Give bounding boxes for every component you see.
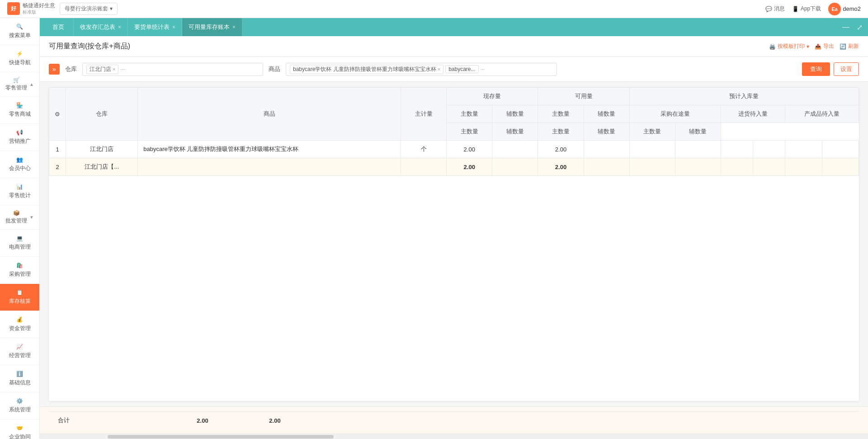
tab-close-order-stats[interactable]: × bbox=[172, 24, 175, 30]
table-scroll-bar[interactable] bbox=[40, 434, 868, 439]
tab-close-receive-send[interactable]: × bbox=[118, 24, 121, 30]
tab-order-stats[interactable]: 要货单统计表 × bbox=[128, 18, 182, 36]
message-btn[interactable]: 💬 消息 bbox=[765, 5, 785, 13]
goods-tag-label2: babycare... bbox=[448, 66, 475, 72]
row2-goods bbox=[138, 158, 401, 176]
row1-purchase-aux bbox=[675, 141, 721, 158]
col-produced-aux-header: 辅数量 bbox=[675, 123, 721, 141]
sidebar-item-member-center[interactable]: 👥 会员中心 bbox=[0, 151, 39, 178]
tab-home[interactable]: 首页 bbox=[43, 18, 74, 36]
table-scroll-thumb[interactable] bbox=[108, 435, 334, 439]
sidebar: 🔍 搜索菜单 ⚡ 快捷导航 🛒 零售管理 ▲ 🏪 零售商城 📢 营销推广 👥 会… bbox=[0, 18, 40, 439]
tab-minimize-btn[interactable]: — bbox=[840, 21, 851, 33]
sidebar-item-marketing[interactable]: 📢 营销推广 bbox=[0, 124, 39, 151]
row2-purchase-aux bbox=[675, 158, 721, 176]
sidebar-item-retail-stats[interactable]: 📊 零售统计 bbox=[0, 178, 39, 205]
col-incoming-main-header: 主数量 bbox=[538, 123, 584, 141]
search-icon: 🔍 bbox=[16, 24, 23, 30]
sidebar-item-collaboration[interactable]: 🤝 企业协同 bbox=[0, 420, 39, 439]
username-label: demo2 bbox=[843, 5, 861, 12]
refresh-icon: 🔄 bbox=[840, 43, 846, 50]
col-stock-aux-header: 辅数量 bbox=[492, 105, 538, 123]
sidebar-label-system: 系统管理 bbox=[9, 406, 31, 414]
wholesale-mgmt-icon: 📦 bbox=[13, 210, 20, 216]
page-title: 可用量查询(按仓库+商品) bbox=[49, 42, 130, 51]
footer-spacer1 bbox=[112, 417, 184, 424]
tab-close-available-inventory[interactable]: × bbox=[232, 24, 236, 30]
goods-tag-label: babycare学饮杯 儿童防摔防撞吸管杯重力球吸嘴杯宝宝水杯 bbox=[293, 66, 436, 73]
tab-bar: 首页 收发存汇总表 × 要货单统计表 × 可用量库存账本 × — ⤢ bbox=[40, 18, 868, 36]
tab-receive-send-summary[interactable]: 收发存汇总表 × bbox=[74, 18, 128, 36]
sidebar-item-ecommerce[interactable]: 💻 电商管理 bbox=[0, 230, 39, 257]
sidebar-label-member-center: 会员中心 bbox=[9, 165, 31, 172]
sidebar-item-quick-nav[interactable]: ⚡ 快捷导航 bbox=[0, 45, 39, 72]
sidebar-item-inventory[interactable]: 📋 库存核算 bbox=[0, 284, 39, 311]
table-body: 1 江北门店 babycare学饮杯 儿童防摔防撞吸管杯重力球吸嘴杯宝宝水杯 个… bbox=[49, 141, 859, 176]
footer-stock-main: 2.00 bbox=[184, 417, 221, 424]
sidebar-item-purchase-mgmt[interactable]: 🛍️ 采购管理 bbox=[0, 257, 39, 284]
warehouse-tag-close[interactable]: × bbox=[113, 66, 115, 72]
ecommerce-icon: 💻 bbox=[16, 235, 23, 241]
filter-toggle-btn[interactable]: » bbox=[49, 64, 60, 75]
col-warehouse-header: 仓库 bbox=[66, 88, 138, 141]
sidebar-label-purchase-mgmt: 采购管理 bbox=[9, 270, 31, 278]
tab-controls: — ⤢ bbox=[840, 21, 864, 33]
tab-available-inventory[interactable]: 可用量库存账本 × bbox=[182, 18, 242, 36]
warehouse-more-btn[interactable]: ··· bbox=[120, 66, 125, 72]
industry-selector[interactable]: 母婴行业演示账套 ▾ bbox=[60, 3, 118, 15]
col-incoming-aux-header: 辅数量 bbox=[584, 123, 629, 141]
table-row: 2 江北门店【... 2.00 2.00 bbox=[49, 158, 859, 176]
query-button[interactable]: 查询 bbox=[802, 62, 830, 76]
print-btn[interactable]: 🖨️ 按模板打印 ▾ bbox=[769, 42, 809, 50]
settings-button[interactable]: 设置 bbox=[834, 62, 859, 76]
col-settings[interactable]: ⚙ bbox=[49, 88, 66, 141]
print-arrow: ▾ bbox=[807, 43, 809, 50]
goods-label: 商品 bbox=[269, 65, 280, 73]
tab-home-label: 首页 bbox=[52, 23, 64, 31]
sidebar-item-search[interactable]: 🔍 搜索菜单 bbox=[0, 18, 39, 45]
sidebar-item-wholesale-mgmt[interactable]: 📦 批发管理 ▼ bbox=[0, 205, 39, 230]
sidebar-label-wholesale-mgmt: 批发管理 bbox=[5, 217, 27, 225]
export-btn[interactable]: 📤 导出 bbox=[815, 42, 834, 50]
sidebar-item-operations[interactable]: 📈 经营管理 bbox=[0, 338, 39, 365]
goods-filter-input[interactable]: babycare学饮杯 儿童防摔防撞吸管杯重力球吸嘴杯宝宝水杯 × babyca… bbox=[286, 63, 557, 76]
avatar: Ea bbox=[828, 3, 841, 15]
col-produced-header: 产成品待入量 bbox=[785, 105, 859, 123]
sidebar-item-retail-mgmt[interactable]: 🛒 零售管理 ▲ bbox=[0, 72, 39, 97]
user-area[interactable]: Ea demo2 bbox=[828, 3, 861, 15]
goods-tag-close[interactable]: × bbox=[438, 66, 440, 72]
sidebar-item-retail-mall[interactable]: 🏪 零售商城 bbox=[0, 97, 39, 124]
refresh-btn[interactable]: 🔄 刷新 bbox=[840, 42, 859, 50]
sidebar-label-ecommerce: 电商管理 bbox=[9, 243, 31, 251]
print-label: 按模板打印 bbox=[778, 42, 805, 50]
table-footer: 合计 2.00 2.00 bbox=[40, 406, 868, 434]
content-area: 首页 收发存汇总表 × 要货单统计表 × 可用量库存账本 × — ⤢ bbox=[40, 18, 868, 439]
sidebar-label-basic-info: 基础信息 bbox=[9, 379, 31, 387]
finance-icon: 💰 bbox=[16, 316, 23, 323]
tab-available-inventory-label: 可用量库存账本 bbox=[189, 23, 230, 31]
goods-more-btn[interactable]: ··· bbox=[481, 66, 485, 72]
sidebar-item-finance[interactable]: 💰 资金管理 bbox=[0, 311, 39, 338]
col-goods-header: 商品 bbox=[138, 88, 401, 141]
refresh-label: 刷新 bbox=[848, 42, 859, 50]
logo-area: 好 畅捷通好生意 标准版 bbox=[7, 2, 55, 15]
row2-stock-main: 2.00 bbox=[447, 158, 492, 176]
tab-maximize-btn[interactable]: ⤢ bbox=[855, 21, 864, 33]
sidebar-item-basic-info[interactable]: ℹ️ 基础信息 bbox=[0, 365, 39, 392]
logo-icon: 好 bbox=[7, 2, 20, 15]
row1-num: 1 bbox=[49, 141, 66, 158]
col-purchase-transit-header: 采购在途量 bbox=[629, 105, 721, 123]
print-icon: 🖨️ bbox=[769, 43, 776, 50]
warehouse-tag-jiangbei: 江北门店 × bbox=[86, 65, 118, 74]
sidebar-item-system[interactable]: ⚙️ 系统管理 bbox=[0, 392, 39, 420]
collaboration-icon: 🤝 bbox=[16, 425, 23, 431]
row1-warehouse: 江北门店 bbox=[66, 141, 138, 158]
sidebar-label-retail-stats: 零售统计 bbox=[9, 192, 31, 199]
row1-stock-main: 2.00 bbox=[447, 141, 492, 158]
row1-incoming-aux bbox=[753, 141, 785, 158]
sidebar-label-operations: 经营管理 bbox=[9, 352, 31, 359]
app-download-btn[interactable]: 📱 App下载 bbox=[792, 5, 821, 13]
goods-tag-babycare: babycare学饮杯 儿童防摔防撞吸管杯重力球吸嘴杯宝宝水杯 × bbox=[290, 65, 443, 74]
warehouse-filter-input[interactable]: 江北门店 × ··· bbox=[82, 63, 263, 76]
basic-info-icon: ℹ️ bbox=[16, 371, 23, 377]
